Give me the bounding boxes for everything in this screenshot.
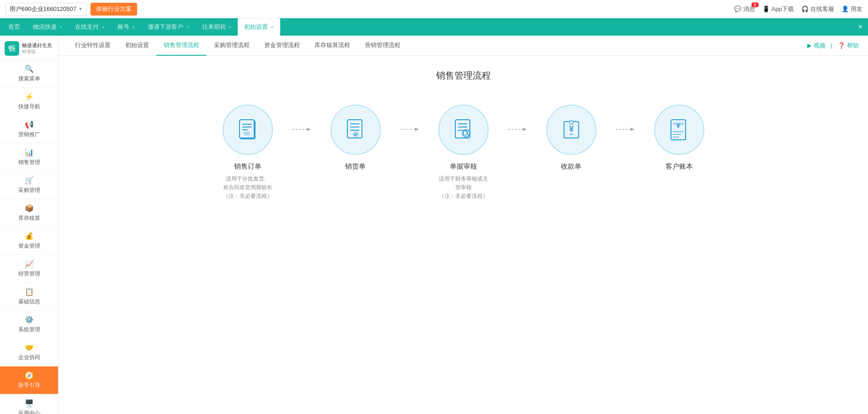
cart-icon: 🛒 (25, 176, 34, 185)
sidebar-item-quick-nav[interactable]: ⚡ 快捷导航 (0, 88, 58, 116)
user-selector-text: 用户690企业1660120507 (10, 5, 76, 13)
app-download-icon: 📱 (762, 5, 770, 12)
sidebar-item-basic[interactable]: 📋 基础信息 (0, 283, 58, 311)
nav-tab-account[interactable]: 账号 × (111, 18, 141, 36)
step5-label: 客户账本 (666, 162, 693, 171)
nav-tab-setup[interactable]: 初始设置 × (238, 18, 280, 36)
step2-label: 销货单 (345, 162, 366, 171)
nav-tab-home-label: 首页 (8, 23, 20, 31)
help-link[interactable]: ❓ 帮助 (838, 42, 859, 50)
experience-button[interactable]: 体验行业方案 (91, 3, 137, 16)
sidebar: 畅 畅捷通好生意 标准版 🔍 搜索菜单 ⚡ 快捷导航 📢 营销推广 📊 销售管理… (0, 36, 59, 414)
nav-tab-invite[interactable]: 邀请下游客户 × (141, 18, 195, 36)
video-icon: ▶ (807, 42, 812, 49)
user-name-label: 用友 (851, 5, 863, 13)
desktop-icon: 🖥️ (25, 399, 34, 408)
online-service-item[interactable]: 🎧 在线客服 (801, 5, 834, 13)
sales-order-icon (236, 118, 260, 142)
sidebar-item-basic-label: 基础信息 (18, 298, 40, 306)
sidebar-item-finance-label: 资金管理 (18, 242, 40, 250)
user-selector[interactable]: 用户690企业1660120507 ▼ (5, 3, 87, 16)
svg-rect-8 (244, 132, 250, 135)
header-left: 用户690企业1660120507 ▼ 体验行业方案 (5, 3, 137, 16)
sidebar-item-appcenter[interactable]: 🖥️ 应用中心 (0, 394, 58, 414)
flow-circle-ledger: ¥ (654, 105, 704, 155)
close-initial-icon[interactable]: × (229, 24, 231, 30)
nav-tabs-bar: 首页 物流快递 × 在线支付 × 账号 × 邀请下游客户 × 往来期初 × 初始… (0, 18, 868, 36)
sidebar-item-sales-label: 销售管理 (18, 159, 40, 166)
video-link[interactable]: ▶ 视频 (807, 42, 825, 50)
delivery-icon (344, 118, 367, 142)
sub-tab-inventory-flow-label: 库存核算流程 (314, 41, 350, 49)
info-icon: 📋 (25, 287, 34, 296)
nav-tab-home[interactable]: 首页 (2, 18, 27, 36)
arrow-icon-1 (291, 125, 313, 134)
message-icon: 💬 (734, 5, 741, 12)
sidebar-item-search-label: 搜索菜单 (18, 75, 40, 83)
sub-tab-sales-flow[interactable]: 销售管理流程 (156, 36, 207, 56)
ops-icon: 📈 (25, 260, 34, 268)
box-icon: 📦 (25, 204, 34, 212)
audit-icon (452, 118, 475, 142)
sidebar-logo: 畅 畅捷通好生意 标准版 (0, 36, 58, 60)
close-setup-icon[interactable]: × (271, 24, 273, 30)
nav-tab-setup-label: 初始设置 (244, 23, 268, 31)
messages-item[interactable]: 💬 消息 6 (734, 5, 755, 13)
sidebar-item-finance[interactable]: 💰 资金管理 (0, 227, 58, 255)
sub-tab-purchase-flow[interactable]: 采购管理流程 (207, 36, 257, 56)
svg-marker-26 (523, 127, 527, 131)
sub-tab-finance-flow[interactable]: 资金管理流程 (257, 36, 307, 56)
user-selector-arrow: ▼ (78, 6, 83, 11)
svg-point-29 (570, 121, 573, 124)
sidebar-item-inventory[interactable]: 📦 库存核算 (0, 199, 58, 227)
flow-step-receipt: ¥ 收款单 (530, 105, 612, 175)
sub-tab-init[interactable]: 初始设置 (118, 36, 156, 56)
sub-tab-inventory-flow[interactable]: 库存核算流程 (307, 36, 357, 56)
sidebar-item-system[interactable]: ⚙️ 系统管理 (0, 311, 58, 339)
handshake-icon: 🤝 (25, 343, 34, 352)
sub-tab-marketing-flow[interactable]: 营销管理流程 (357, 36, 408, 56)
svg-text:¥: ¥ (676, 122, 680, 129)
user-item[interactable]: 👤 用友 (841, 5, 863, 13)
close-invite-icon[interactable]: × (186, 24, 189, 30)
flow-step-audit: 单据审核 适用于财务审核或主管审核（注：非必要流程） (422, 105, 505, 201)
app-download-item[interactable]: 📱 App下载 (762, 5, 794, 13)
close-logistics-icon[interactable]: × (59, 24, 62, 30)
sub-tab-industry[interactable]: 行业特性设置 (68, 36, 118, 56)
close-payment-icon[interactable]: × (101, 24, 104, 30)
messages-badge: 6 (751, 2, 759, 7)
help-divider: | (831, 42, 832, 49)
sidebar-item-search[interactable]: 🔍 搜索菜单 (0, 60, 58, 88)
close-account-icon[interactable]: × (132, 24, 135, 30)
flow-circle-delivery (330, 105, 381, 155)
nav-tab-logistics[interactable]: 物流快递 × (27, 18, 69, 36)
nav-close-all-button[interactable]: × (853, 23, 868, 31)
svg-marker-31 (631, 127, 634, 131)
logo-icon: 畅 (5, 41, 19, 56)
sub-tabs-bar: 行业特性设置 初始设置 销售管理流程 采购管理流程 资金管理流程 库存核算流程 … (59, 36, 868, 56)
sidebar-item-ops[interactable]: 📈 经营管理 (0, 255, 58, 283)
sidebar-item-enterprise[interactable]: 🤝 企业协同 (0, 339, 58, 366)
content-area: 行业特性设置 初始设置 销售管理流程 采购管理流程 资金管理流程 库存核算流程 … (59, 36, 868, 414)
sidebar-item-sales[interactable]: 📊 销售管理 (0, 143, 58, 171)
money-icon: 💰 (25, 232, 34, 240)
nav-tab-account-label: 账号 (117, 23, 129, 31)
sidebar-item-purchase[interactable]: 🛒 采购管理 (0, 171, 58, 199)
header-right: 💬 消息 6 📱 App下载 🎧 在线客服 👤 用友 (734, 5, 863, 13)
megaphone-icon: 📢 (25, 120, 34, 129)
sub-tab-init-label: 初始设置 (125, 41, 149, 49)
flow-circle-sales-order (223, 105, 273, 155)
app-version: 标准版 (22, 48, 52, 55)
sub-tabs-actions: ▶ 视频 | ❓ 帮助 (807, 42, 859, 50)
step3-desc: 适用于财务审核或主管审核（注：非必要流程） (439, 175, 488, 201)
app-name: 畅捷通好生意 (22, 42, 52, 48)
nav-tab-initial[interactable]: 往来期初 × (196, 18, 238, 36)
sidebar-item-marketing[interactable]: 📢 营销推广 (0, 116, 58, 143)
svg-point-15 (353, 132, 358, 137)
flow-step-delivery: 销货单 (314, 105, 397, 175)
arrow-icon-3 (506, 125, 528, 134)
sidebar-item-newguide[interactable]: 🧭 新手引导 (0, 366, 58, 394)
nav-tab-payment[interactable]: 在线支付 × (69, 18, 111, 36)
nav-tab-logistics-label: 物流快递 (33, 23, 57, 31)
chart-icon: 📊 (25, 148, 34, 157)
